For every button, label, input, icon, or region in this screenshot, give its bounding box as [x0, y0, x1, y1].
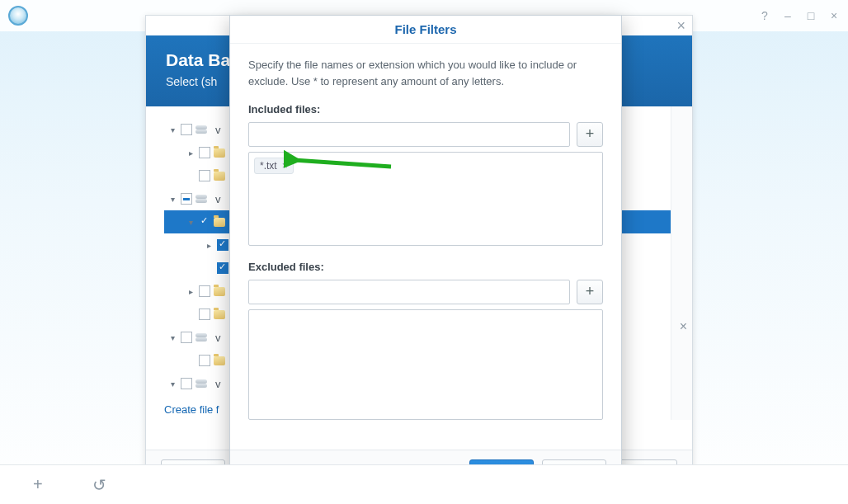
filter-tag-label: *.txt — [260, 160, 277, 172]
tree-label: v — [215, 124, 221, 136]
filter-tag[interactable]: *.txt× — [254, 158, 294, 174]
window-close-icon[interactable]: × — [676, 18, 685, 33]
included-tags-box[interactable]: *.txt× — [248, 152, 603, 246]
checkbox[interactable] — [217, 262, 228, 274]
folder-icon — [214, 148, 225, 158]
minimize-icon[interactable]: – — [782, 10, 794, 21]
expand-icon[interactable]: ▾ — [167, 333, 177, 342]
expand-icon[interactable]: ▾ — [186, 218, 196, 227]
checkbox[interactable] — [181, 378, 192, 389]
start-button[interactable] — [8, 6, 28, 26]
expand-icon[interactable]: ▸ — [204, 241, 214, 250]
expand-icon[interactable]: ▾ — [167, 379, 177, 389]
create-file-filter-link[interactable]: Create file f — [164, 403, 219, 416]
tree-label: v — [215, 378, 221, 390]
checkbox[interactable] — [199, 147, 210, 158]
included-input[interactable] — [248, 122, 570, 147]
excluded-files-label: Excluded files: — [248, 261, 603, 273]
add-included-button[interactable]: + — [577, 122, 603, 147]
checkbox[interactable] — [181, 124, 192, 135]
volume-icon — [196, 125, 209, 134]
included-files-label: Included files: — [248, 103, 603, 115]
expand-icon[interactable]: ▾ — [167, 125, 177, 134]
expand-icon[interactable]: ▸ — [186, 287, 196, 296]
file-filters-dialog: File Filters Specify the file names or e… — [229, 15, 622, 493]
folder-icon — [214, 172, 225, 181]
tree-label: v — [215, 332, 221, 344]
checkbox[interactable] — [199, 309, 210, 320]
folder-icon — [214, 310, 225, 319]
volume-icon — [196, 379, 209, 389]
checkbox[interactable] — [199, 355, 210, 366]
excluded-tags-box[interactable] — [248, 309, 603, 420]
add-excluded-button[interactable]: + — [577, 280, 603, 304]
dialog-description: Specify the file names or extension whic… — [248, 57, 603, 90]
remove-tag-icon[interactable]: × — [282, 160, 288, 172]
tree-label: v — [215, 193, 221, 205]
desktop: ? – □ × × Data Ba Select (sh ▾v▸pw▾v▾F▸▸… — [0, 0, 848, 504]
checkbox[interactable] — [199, 170, 210, 181]
folder-icon — [214, 356, 225, 365]
expand-icon[interactable]: ▸ — [186, 148, 196, 158]
maximize-icon[interactable]: □ — [805, 10, 817, 21]
checkbox[interactable] — [217, 239, 228, 251]
folder-icon — [214, 287, 225, 296]
volume-icon — [196, 332, 209, 342]
checkbox[interactable] — [199, 216, 210, 228]
add-task-icon[interactable]: + — [33, 475, 43, 494]
user-icon[interactable]: ? — [759, 10, 770, 21]
close-icon[interactable]: × — [828, 10, 840, 21]
dialog-title: File Filters — [230, 16, 621, 44]
folder-icon — [214, 218, 225, 227]
expand-icon[interactable]: ▾ — [167, 195, 177, 204]
clear-panel-icon[interactable]: × — [680, 319, 687, 334]
checkbox[interactable] — [199, 285, 210, 297]
volume-icon — [196, 194, 209, 204]
bottom-toolbar: + ↺ — [0, 464, 848, 504]
checkbox[interactable] — [181, 332, 192, 343]
checkbox[interactable] — [181, 193, 192, 205]
excluded-input[interactable] — [248, 280, 570, 304]
history-icon[interactable]: ↺ — [92, 475, 106, 495]
scrollbar[interactable] — [671, 106, 692, 420]
